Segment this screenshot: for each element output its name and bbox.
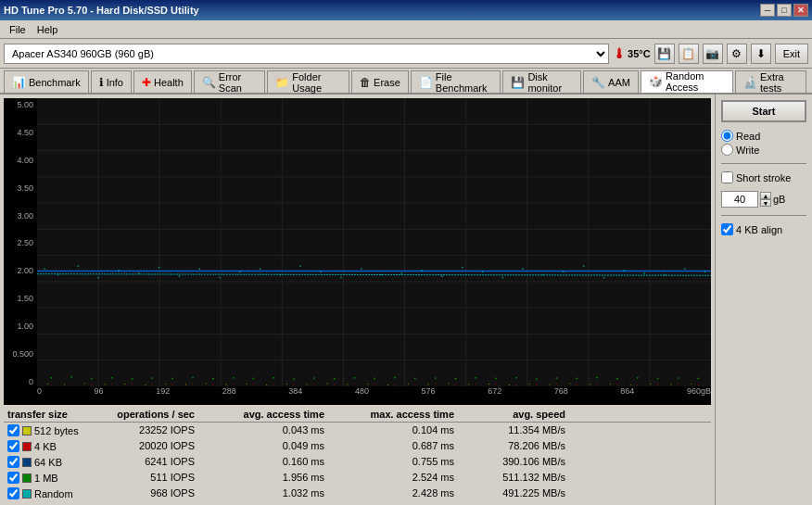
svg-rect-67 xyxy=(260,268,261,270)
info-button[interactable]: 📋 xyxy=(679,44,699,64)
svg-rect-33 xyxy=(253,378,255,380)
title-bar: HD Tune Pro 5.70 - Hard Disk/SSD Utility… xyxy=(0,0,812,20)
divider2 xyxy=(721,215,806,216)
row3-label: 64 KB xyxy=(4,455,87,469)
row3-max: 0.755 ms xyxy=(328,455,458,469)
file-benchmark-icon: 📄 xyxy=(419,76,433,89)
svg-rect-136 xyxy=(313,384,314,385)
row4-label: 1 MB xyxy=(4,471,87,485)
row1-avg: 0.043 ms xyxy=(198,423,328,437)
svg-rect-108 xyxy=(408,384,409,385)
write-radio[interactable] xyxy=(721,144,733,156)
chart-svg xyxy=(37,98,711,386)
row1-max: 0.104 ms xyxy=(328,423,458,437)
menu-file[interactable]: File xyxy=(4,22,32,37)
download-button[interactable]: ⬇ xyxy=(751,44,771,64)
read-radio-label[interactable]: Read xyxy=(721,130,806,142)
tab-error-scan[interactable]: 🔍 Error Scan xyxy=(194,70,265,93)
svg-rect-39 xyxy=(374,378,376,380)
row5-ops: 968 IOPS xyxy=(87,486,198,500)
align-checkbox[interactable] xyxy=(721,223,733,235)
tab-disk-monitor[interactable]: 💾 Disk monitor xyxy=(502,70,581,93)
header-ops: operations / sec xyxy=(87,408,198,421)
svg-rect-71 xyxy=(340,277,342,279)
svg-rect-41 xyxy=(414,378,416,380)
x-label-864: 864 xyxy=(620,386,634,396)
tab-folder-usage[interactable]: 📁 Folder Usage xyxy=(267,70,349,93)
gb-input[interactable]: 40 xyxy=(721,191,758,208)
row2-checkbox[interactable] xyxy=(7,440,19,452)
svg-rect-57 xyxy=(57,274,59,276)
svg-rect-65 xyxy=(219,277,221,279)
svg-rect-111 xyxy=(468,384,469,385)
y-label-5: 5.00 xyxy=(4,100,35,109)
svg-rect-73 xyxy=(381,274,383,276)
svg-rect-116 xyxy=(569,384,570,385)
svg-rect-104 xyxy=(327,384,328,385)
gb-increment[interactable]: ▲ xyxy=(760,192,771,199)
svg-rect-155 xyxy=(697,385,698,385)
tab-health[interactable]: ✚ Health xyxy=(133,70,192,93)
short-stroke-checkbox[interactable] xyxy=(721,171,733,183)
svg-rect-40 xyxy=(394,377,396,379)
row3-checkbox[interactable] xyxy=(7,456,19,468)
svg-rect-27 xyxy=(132,378,133,380)
tab-extra-tests[interactable]: 🔬 Extra tests xyxy=(735,70,806,93)
benchmark-icon: 📊 xyxy=(12,76,26,89)
svg-rect-70 xyxy=(320,271,322,273)
gb-spin-container: 40 ▲ ▼ gB xyxy=(721,191,806,208)
svg-rect-47 xyxy=(536,378,538,380)
close-button[interactable]: ✕ xyxy=(793,4,808,17)
gb-decrement[interactable]: ▼ xyxy=(760,199,771,207)
svg-rect-133 xyxy=(253,384,254,385)
svg-rect-53 xyxy=(657,378,659,380)
header-transfer-size: transfer size xyxy=(4,408,87,421)
table-row: 64 KB 6241 IOPS 0.160 ms 0.755 ms 390.10… xyxy=(4,454,711,470)
tab-random-access[interactable]: 🎲 Random Access xyxy=(641,70,733,93)
row2-color xyxy=(22,442,32,451)
svg-rect-32 xyxy=(233,377,235,379)
settings-button[interactable]: ⚙ xyxy=(727,44,747,64)
tab-info[interactable]: ℹ Info xyxy=(91,70,132,93)
svg-rect-144 xyxy=(476,384,476,385)
tab-file-benchmark[interactable]: 📄 File Benchmark xyxy=(411,70,501,93)
maximize-button[interactable]: □ xyxy=(777,4,792,17)
write-label: Write xyxy=(736,145,759,156)
row4-checkbox[interactable] xyxy=(7,472,19,484)
svg-rect-120 xyxy=(651,384,652,385)
chart-inner xyxy=(37,98,711,386)
menu-help[interactable]: Help xyxy=(32,22,64,37)
chart-container: 5.00 4.50 4.00 3.50 3.00 2.50 2.00 1.50 … xyxy=(4,98,711,405)
tab-aam[interactable]: 🔧 AAM xyxy=(583,70,639,93)
svg-rect-25 xyxy=(91,378,93,380)
svg-rect-132 xyxy=(233,384,234,385)
disk-selector[interactable]: Apacer AS340 960GB (960 gB) xyxy=(4,44,609,64)
tab-erase[interactable]: 🗑 Erase xyxy=(351,70,409,93)
svg-rect-105 xyxy=(347,384,348,385)
random-access-icon: 🎲 xyxy=(649,75,663,88)
svg-rect-101 xyxy=(266,385,267,385)
y-label-3: 3.00 xyxy=(4,211,35,221)
tab-benchmark[interactable]: 📊 Benchmark xyxy=(4,70,89,93)
start-button[interactable]: Start xyxy=(721,100,806,122)
smart-button[interactable]: 💾 xyxy=(654,44,675,64)
camera-button[interactable]: 📷 xyxy=(703,44,723,64)
row5-checkbox[interactable] xyxy=(7,487,19,499)
minimize-button[interactable]: ─ xyxy=(760,4,775,17)
write-radio-label[interactable]: Write xyxy=(721,144,806,156)
align-label[interactable]: 4 KB align xyxy=(721,223,806,235)
svg-rect-88 xyxy=(684,268,686,270)
read-radio[interactable] xyxy=(721,130,733,142)
svg-rect-118 xyxy=(610,384,611,385)
svg-rect-48 xyxy=(556,377,558,379)
svg-rect-141 xyxy=(414,385,415,385)
svg-rect-29 xyxy=(171,378,173,380)
row1-checkbox[interactable] xyxy=(7,424,19,436)
svg-rect-84 xyxy=(603,277,605,279)
row2-ops: 20020 IOPS xyxy=(87,439,198,453)
read-label: Read xyxy=(736,131,760,142)
row3-speed: 390.106 MB/s xyxy=(458,455,569,469)
short-stroke-label[interactable]: Short stroke xyxy=(721,171,806,183)
exit-button[interactable]: Exit xyxy=(775,44,808,64)
svg-rect-112 xyxy=(488,384,489,385)
